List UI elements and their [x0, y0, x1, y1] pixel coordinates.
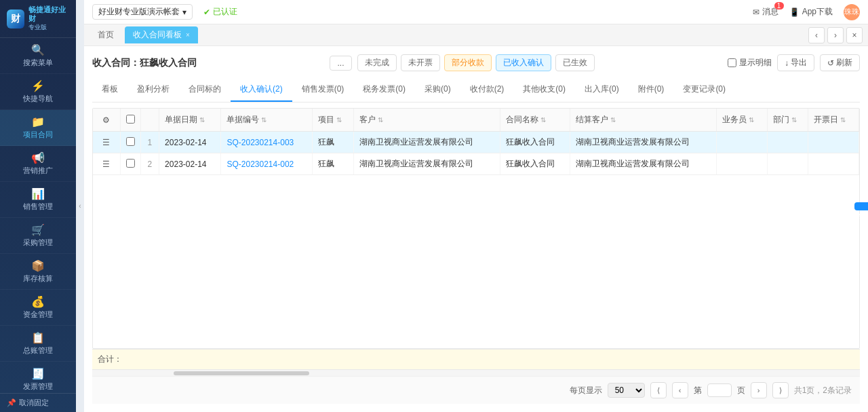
nav-tabs: 看板盈利分析合同标的收入确认(2)销售发票(0)税务发票(0)采购(0)收付款(…	[92, 78, 860, 102]
sidebar-item-0[interactable]: 🔍搜索菜单	[0, 38, 76, 74]
page-number-input[interactable]: 1	[707, 383, 732, 397]
per-page-select[interactable]: 50 100 200	[608, 383, 645, 398]
certified-label: 已认证	[213, 6, 237, 18]
col-header-num	[140, 109, 159, 132]
sort-icon-contract: ⇅	[540, 116, 546, 124]
nav-tab-8[interactable]: 其他收支(0)	[513, 78, 575, 102]
cell-salesperson-1	[717, 153, 768, 175]
cell-contract-0: 狂飙收入合同	[500, 132, 570, 153]
cell-open_date-0	[808, 132, 859, 153]
horizontal-scrollbar[interactable]	[92, 369, 860, 376]
row-checkbox-0[interactable]	[126, 137, 135, 146]
sidebar-bottom-label: 取消固定	[19, 398, 49, 408]
export-btn[interactable]: ↓ 导出	[777, 54, 814, 71]
logo-sub: 专业版	[28, 23, 69, 32]
next-page-btn[interactable]: ›	[751, 382, 767, 398]
cell-check-0	[120, 132, 140, 153]
nav-tab-9[interactable]: 出入库(0)	[575, 78, 629, 102]
table-row: ☰12023-02-14SQ-20230214-003狂飙湖南卫视商业运营发展有…	[93, 132, 859, 153]
sort-icon-date: ⇅	[199, 116, 205, 124]
show-detail-checkbox[interactable]	[728, 58, 736, 67]
table-footer: 合计：	[92, 349, 860, 369]
select-all-checkbox[interactable]	[126, 115, 135, 124]
nav-tab-10[interactable]: 附件(0)	[629, 78, 674, 102]
cell-customer-1: 湖南卫视商业运营发展有限公司	[354, 153, 500, 175]
cell-open_date-1	[808, 153, 859, 175]
nav-prev-btn[interactable]: ‹	[808, 27, 825, 43]
close-tab-icon[interactable]: ×	[186, 31, 190, 39]
nav-tab-6[interactable]: 采购(0)	[415, 78, 460, 102]
sidebar-item-4[interactable]: 📊销售管理	[0, 182, 76, 218]
row-menu-icon[interactable]: ☰	[102, 160, 110, 169]
app-download-btn[interactable]: 📱 App下载	[789, 6, 833, 18]
nav-tab-4[interactable]: 销售发票(0)	[292, 78, 354, 102]
sidebar-item-6[interactable]: 📦库存核算	[0, 254, 76, 290]
company-selector[interactable]: 好业财专业版演示帐套 ▾	[92, 4, 193, 20]
nav-tab-1[interactable]: 盈利分析	[127, 78, 179, 102]
nav-tab-3[interactable]: 收入确认(2)	[231, 78, 292, 102]
order-link-1[interactable]: SQ-20230214-002	[226, 160, 294, 169]
sidebar-label-7: 资金管理	[23, 310, 53, 320]
sidebar-item-3[interactable]: 📢营销推广	[0, 146, 76, 182]
contract-tab[interactable]: 收入合同看板 ×	[125, 26, 198, 43]
avatar: 珠珠	[844, 4, 860, 20]
sort-icon-customer: ⇅	[378, 116, 383, 124]
first-page-btn[interactable]: ⟨	[650, 382, 667, 398]
dropdown-icon: ▾	[182, 7, 186, 17]
status-btn-0[interactable]: 未完成	[357, 54, 397, 71]
col-header-project[interactable]: 项目⇅	[313, 109, 354, 132]
refresh-btn[interactable]: ↺ 刷新	[820, 54, 860, 71]
status-btn-4[interactable]: 已生效	[555, 54, 595, 71]
more-btn[interactable]: ...	[330, 56, 351, 71]
nav-tab-0[interactable]: 看板	[92, 78, 127, 102]
sidebar-item-7[interactable]: 💰资金管理	[0, 290, 76, 326]
table-body: ☰12023-02-14SQ-20230214-003狂飙湖南卫视商业运营发展有…	[93, 132, 859, 175]
sidebar-bottom-btn[interactable]: 📌 取消固定	[0, 393, 76, 412]
cell-customer-0: 湖南卫视商业运营发展有限公司	[354, 132, 500, 153]
message-icon: ✉	[753, 7, 760, 17]
row-menu-icon[interactable]: ☰	[102, 138, 110, 147]
home-tab[interactable]: 首页	[90, 26, 122, 43]
nav-tab-11[interactable]: 变更记录(0)	[673, 78, 735, 102]
nav-tab-7[interactable]: 收付款(2)	[460, 78, 514, 102]
col-header-salesperson[interactable]: 业务员⇅	[717, 109, 768, 132]
status-btn-1[interactable]: 未开票	[401, 54, 440, 71]
sidebar-item-5[interactable]: 🛒采购管理	[0, 218, 76, 254]
logo-icon: 财	[7, 10, 24, 29]
nav-tab-2[interactable]: 合同标的	[179, 78, 231, 102]
close-tab-btn[interactable]: ×	[846, 27, 863, 43]
hscroll-thumb[interactable]	[174, 371, 309, 375]
user-menu[interactable]: 珠珠	[844, 4, 860, 20]
row-checkbox-1[interactable]	[126, 159, 135, 168]
nav-tab-5[interactable]: 税务发票(0)	[353, 78, 415, 102]
col-header-department[interactable]: 部门⇅	[767, 109, 808, 132]
nav-next-btn[interactable]: ›	[827, 27, 844, 43]
status-btn-2[interactable]: 部分收款	[444, 54, 492, 71]
show-detail-toggle[interactable]: 显示明细	[728, 57, 772, 69]
col-header-customer[interactable]: 客户⇅	[354, 109, 500, 132]
col-header-date[interactable]: 单据日期⇅	[159, 109, 221, 132]
sidebar-toggle[interactable]: ‹	[76, 0, 84, 412]
col-header-open_date[interactable]: 开票日⇅	[808, 109, 859, 132]
prev-page-btn[interactable]: ‹	[672, 382, 688, 398]
sidebar-item-8[interactable]: 📋总账管理	[0, 326, 76, 362]
status-btn-3[interactable]: 已收入确认	[496, 54, 551, 71]
sort-icon-closing_customer: ⇅	[610, 116, 616, 124]
col-header-closing_customer[interactable]: 结算客户⇅	[570, 109, 717, 132]
cell-project-0: 狂飙	[313, 132, 354, 153]
col-header-contract[interactable]: 合同名称⇅	[500, 109, 570, 132]
cell-num-0: 1	[140, 132, 159, 153]
col-header-order_no[interactable]: 单据编号⇅	[221, 109, 313, 132]
sidebar-item-9[interactable]: 🧾发票管理	[0, 362, 76, 393]
order-link-0[interactable]: SQ-20230214-003	[226, 138, 294, 147]
data-table-container: ⚙单据日期⇅单据编号⇅项目⇅客户⇅合同名称⇅结算客户⇅业务员⇅部门⇅开票日⇅ ☰…	[92, 108, 860, 349]
message-btn[interactable]: ✉ 消息 1	[753, 6, 778, 18]
cell-settings-1: ☰	[93, 153, 120, 175]
sort-icon-salesperson: ⇅	[749, 116, 754, 124]
sidebar-item-2[interactable]: 📁项目合同	[0, 110, 76, 146]
settings-icon[interactable]: ⚙	[102, 115, 110, 125]
sidebar-item-1[interactable]: ⚡快捷导航	[0, 74, 76, 110]
last-page-btn[interactable]: ⟩	[772, 382, 789, 398]
quick-action-btn[interactable]: 快捷	[854, 202, 868, 210]
table-header: ⚙单据日期⇅单据编号⇅项目⇅客户⇅合同名称⇅结算客户⇅业务员⇅部门⇅开票日⇅	[93, 109, 859, 132]
